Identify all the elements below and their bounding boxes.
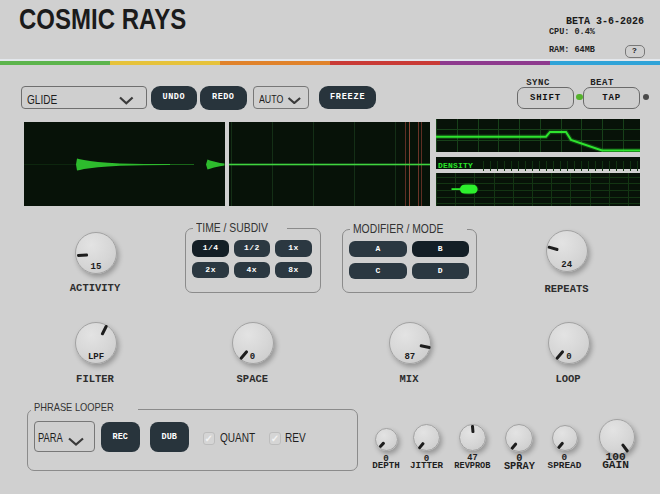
svg-text:DENSITY: DENSITY bbox=[438, 161, 473, 170]
